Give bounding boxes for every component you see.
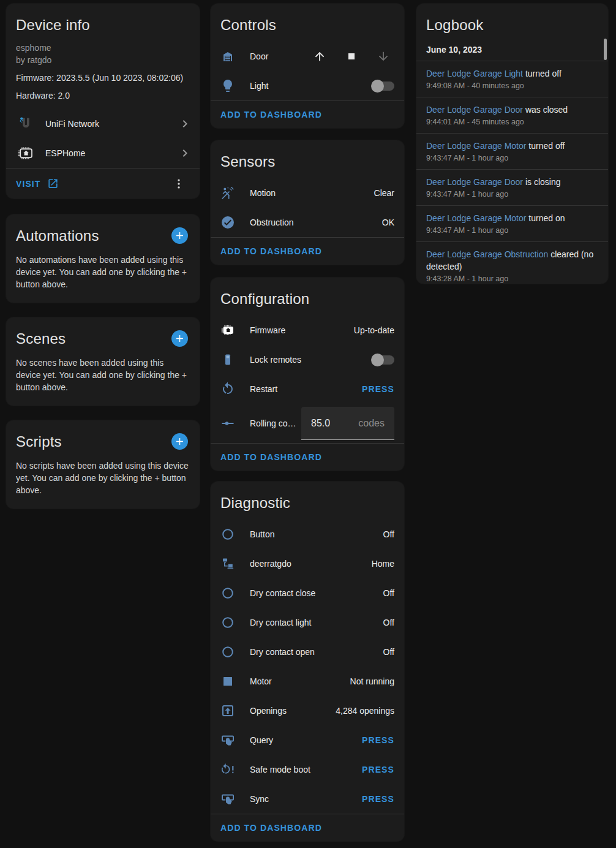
logbook-entry: Deer Lodge Garage Obstruction cleared (n… bbox=[416, 241, 608, 284]
motor-stop-icon bbox=[220, 674, 235, 689]
light-toggle[interactable] bbox=[372, 81, 394, 91]
diag-value: Home bbox=[372, 559, 394, 569]
add-automation-button[interactable] bbox=[171, 227, 188, 244]
control-label-door: Door bbox=[250, 51, 312, 61]
diag-label: Dry contact close bbox=[250, 588, 383, 598]
config-label-rolling-code: Rolling co… bbox=[250, 418, 301, 428]
logbook-entity-link[interactable]: Deer Lodge Garage Motor bbox=[426, 141, 526, 151]
cover-close-button[interactable] bbox=[376, 49, 391, 64]
logbook-action: turned off bbox=[528, 141, 565, 151]
scenes-card: Scenes No scenes have been added using t… bbox=[6, 317, 200, 406]
device-manufacturer: by ratgdo bbox=[6, 54, 200, 66]
safe-mode-boot-press-button[interactable]: PRESS bbox=[362, 765, 394, 774]
logbook-scrollbar-thumb[interactable] bbox=[604, 39, 607, 60]
logbook-entry: Deer Lodge Garage Motor turned off 9:43:… bbox=[416, 133, 608, 169]
device-info-title: Device info bbox=[6, 4, 200, 42]
configuration-add-to-dashboard[interactable]: ADD TO DASHBOARD bbox=[211, 443, 404, 471]
rolling-code-input-box: codes bbox=[301, 407, 394, 440]
control-label-light: Light bbox=[250, 81, 372, 91]
configuration-title: Configuration bbox=[211, 278, 404, 316]
sensors-title: Sensors bbox=[211, 140, 404, 178]
controls-title: Controls bbox=[211, 4, 404, 42]
diag-label: deerratgdo bbox=[250, 559, 372, 569]
lock-remotes-toggle[interactable] bbox=[372, 355, 394, 365]
logbook-title: Logbook bbox=[416, 4, 608, 36]
diag-value: Off bbox=[383, 588, 394, 598]
diag-row-sync: Sync PRESS bbox=[211, 784, 404, 814]
openings-counter-icon bbox=[220, 703, 235, 718]
diag-row-dry-contact-close[interactable]: Dry contact close Off bbox=[211, 578, 404, 608]
remote-icon bbox=[220, 352, 235, 367]
diag-row-openings[interactable]: Openings 4,284 openings bbox=[211, 696, 404, 725]
diag-row-query: Query PRESS bbox=[211, 725, 404, 755]
restart-alert-icon bbox=[220, 762, 235, 777]
gesture-tap-icon bbox=[220, 733, 235, 748]
diag-row-button[interactable]: Button Off bbox=[211, 520, 404, 549]
logbook-entity-link[interactable]: Deer Lodge Garage Motor bbox=[426, 213, 526, 223]
diag-value: Off bbox=[383, 529, 394, 539]
cover-open-button[interactable] bbox=[312, 49, 327, 64]
logbook-timestamp: 9:43:47 AM - 1 hour ago bbox=[426, 190, 598, 199]
diag-value: Off bbox=[383, 618, 394, 627]
logbook-entry: Deer Lodge Garage Door was closed 9:44:0… bbox=[416, 97, 608, 133]
integration-unifi-network[interactable]: UniFi Network bbox=[6, 109, 200, 138]
radio-circle-icon bbox=[220, 527, 235, 542]
logbook-timestamp: 9:44:01 AM - 45 minutes ago bbox=[426, 118, 598, 126]
diag-row-deerratgdo[interactable]: deerratgdo Home bbox=[211, 549, 404, 578]
scripts-card: Scripts No scripts have been added using… bbox=[6, 420, 200, 509]
visit-button[interactable]: VISIT bbox=[16, 178, 59, 189]
add-script-button[interactable] bbox=[171, 433, 188, 450]
diag-row-dry-contact-light[interactable]: Dry contact light Off bbox=[211, 608, 404, 637]
logbook-entity-link[interactable]: Deer Lodge Garage Door bbox=[426, 105, 523, 115]
sync-press-button[interactable]: PRESS bbox=[362, 794, 394, 804]
config-label-restart: Restart bbox=[250, 384, 362, 394]
diag-label: Query bbox=[250, 735, 362, 745]
chevron-right-icon bbox=[178, 146, 192, 161]
add-scene-button[interactable] bbox=[171, 330, 188, 347]
logbook-entity-link[interactable]: Deer Lodge Garage Light bbox=[426, 69, 523, 78]
diagnostic-add-to-dashboard[interactable]: ADD TO DASHBOARD bbox=[211, 814, 404, 841]
logbook-action: turned on bbox=[528, 213, 565, 223]
radio-circle-icon bbox=[220, 645, 235, 659]
config-label-lock-remotes: Lock remotes bbox=[250, 355, 372, 365]
diag-row-safe-mode-boot: Safe mode boot PRESS bbox=[211, 755, 404, 784]
device-info-footer: VISIT bbox=[6, 168, 200, 199]
config-row-restart: Restart PRESS bbox=[211, 374, 404, 404]
diag-label: Openings bbox=[250, 706, 336, 716]
cover-stop-button[interactable] bbox=[344, 49, 359, 64]
query-press-button[interactable]: PRESS bbox=[362, 735, 394, 745]
diag-row-motor[interactable]: Motor Not running bbox=[211, 667, 404, 696]
sensors-card: Sensors Motion Clear bbox=[211, 140, 404, 265]
config-value-firmware: Up-to-date bbox=[354, 325, 394, 335]
config-row-firmware[interactable]: Firmware Up-to-date bbox=[211, 316, 404, 345]
logbook-entity-link[interactable]: Deer Lodge Garage Door bbox=[426, 177, 523, 187]
firmware-chip-icon bbox=[220, 323, 235, 338]
sensors-add-to-dashboard[interactable]: ADD TO DASHBOARD bbox=[211, 237, 404, 265]
kebab-menu-icon[interactable] bbox=[171, 176, 186, 191]
automations-card: Automations No automations have been add… bbox=[6, 214, 200, 303]
sensor-row-obstruction[interactable]: Obstruction OK bbox=[211, 208, 404, 237]
scenes-title: Scenes bbox=[6, 317, 66, 355]
logbook-timestamp: 9:43:28 AM - 1 hour ago bbox=[426, 274, 598, 283]
logbook-action: was closed bbox=[525, 105, 568, 115]
logbook-entity-link[interactable]: Deer Lodge Garage Obstruction bbox=[426, 249, 548, 259]
controls-add-to-dashboard[interactable]: ADD TO DASHBOARD bbox=[211, 100, 404, 128]
diagnostic-card: Diagnostic Button Off deerratgdo Home bbox=[211, 482, 404, 841]
sensor-row-motion[interactable]: Motion Clear bbox=[211, 178, 404, 208]
restart-press-button[interactable]: PRESS bbox=[362, 384, 394, 394]
config-row-rolling-code: Rolling co… codes bbox=[211, 404, 404, 443]
logbook-entry: Deer Lodge Garage Light turned off 9:49:… bbox=[416, 61, 608, 97]
logbook-timestamp: 9:43:47 AM - 1 hour ago bbox=[426, 154, 598, 162]
plus-icon bbox=[174, 230, 186, 241]
integration-esphome[interactable]: ESPHome bbox=[6, 138, 200, 168]
rolling-code-input[interactable] bbox=[311, 418, 349, 429]
plus-icon bbox=[174, 333, 186, 344]
diag-label: Sync bbox=[250, 794, 362, 804]
rolling-code-icon bbox=[220, 416, 235, 431]
logbook-card: Logbook June 10, 2023 Deer Lodge Garage … bbox=[416, 4, 608, 284]
esphome-logo-icon bbox=[16, 143, 36, 163]
radio-circle-icon bbox=[220, 586, 235, 600]
device-name: esphome bbox=[6, 42, 200, 54]
sensor-label-obstruction: Obstruction bbox=[250, 218, 382, 227]
diag-row-dry-contact-open[interactable]: Dry contact open Off bbox=[211, 637, 404, 667]
